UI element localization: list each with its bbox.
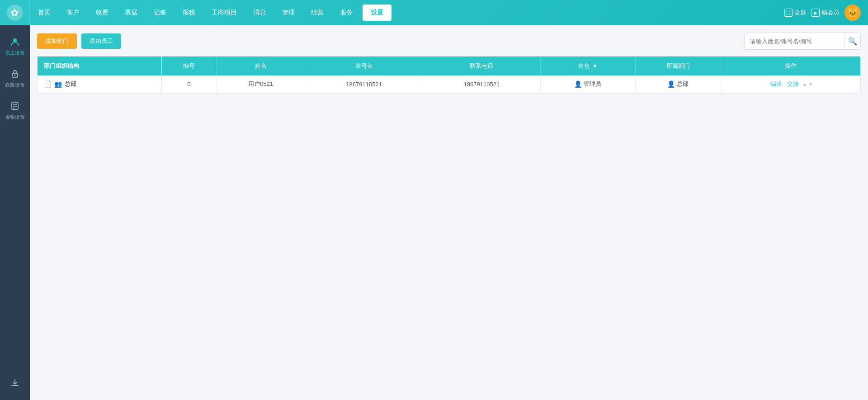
toolbar: 添加部门 添加员工 🔍 [37, 33, 861, 50]
table-area: 部门组织结构 📄 👥 总部 编号 姓名 账号名 联系电话 [37, 56, 861, 94]
role-user-icon: 👤 [574, 80, 582, 88]
col-ops: 操作 [721, 56, 860, 75]
employee-icon [9, 35, 21, 48]
nav-item-消息[interactable]: 消息 [245, 0, 274, 25]
sidebar-item-tax[interactable]: 报税设置 [0, 94, 30, 126]
role-value: 管理员 [584, 80, 601, 88]
nav-item-设置[interactable]: 设置 [363, 5, 392, 21]
row-scroll-up[interactable]: ▲ [802, 82, 807, 87]
logo-icon: ✿ [7, 5, 23, 21]
sidebar-item-employee[interactable]: 员工设置 [0, 30, 30, 62]
vip-icon: ▶ [811, 9, 820, 17]
dept-user-icon2: 👤 [667, 80, 675, 88]
nav-item-工商项目[interactable]: 工商项目 [203, 0, 245, 25]
table-header-row: 编号 姓名 账号名 联系电话 角色 ▼ 所属部门 操作 [162, 56, 860, 75]
nav-item-报税[interactable]: 报税 [175, 0, 203, 25]
logo-area: ✿ [0, 0, 30, 25]
col-name: 姓名 [216, 56, 305, 75]
sidebar-employee-label: 员工设置 [5, 50, 25, 56]
nav-item-经营[interactable]: 经营 [303, 0, 332, 25]
nav-item-管理[interactable]: 管理 [274, 0, 303, 25]
dept-tree-item[interactable]: 📄 👥 总部 [38, 75, 161, 93]
col-role[interactable]: 角色 ▼ [541, 56, 636, 75]
download-icon [9, 376, 21, 389]
vip-button[interactable]: ▶ 畅会员 [811, 9, 839, 17]
fullscreen-icon: ⛶ [784, 9, 793, 17]
svg-point-2 [14, 75, 16, 76]
dept-value: 总部 [677, 80, 689, 88]
col-id: 编号 [162, 56, 216, 75]
top-nav: ✿ 首页客户收费票据记账报税工商项目消息管理经营服务设置 ⛶ 全屏 ▶ 畅会员 … [0, 0, 868, 25]
logo-leaf: ✿ [11, 7, 19, 18]
sidebar-bottom [0, 371, 30, 395]
col-phone: 联系电话 [423, 56, 540, 75]
nav-item-收费[interactable]: 收费 [88, 0, 117, 25]
employee-table: 编号 姓名 账号名 联系电话 角色 ▼ 所属部门 操作 0 用户0521 18 [162, 56, 860, 93]
cell-account: 18679110521 [305, 75, 423, 93]
col-dept: 所属部门 [635, 56, 721, 75]
sidebar: 员工设置 权限设置 报税设置 [0, 25, 30, 400]
svg-point-0 [13, 38, 17, 42]
search-button[interactable]: 🔍 [844, 33, 860, 49]
dept-tree: 部门组织结构 📄 👥 总部 [38, 56, 162, 93]
vip-label: 畅会员 [821, 9, 839, 17]
add-employee-button[interactable]: 添加员工 [81, 33, 121, 49]
cell-id: 0 [162, 75, 216, 93]
nav-item-服务[interactable]: 服务 [332, 0, 361, 25]
col-account: 账号名 [305, 56, 423, 75]
nav-item-首页[interactable]: 首页 [30, 0, 59, 25]
cell-dept: 👤 总部 [635, 75, 721, 93]
add-dept-button[interactable]: 添加部门 [37, 33, 77, 49]
nav-item-记账[interactable]: 记账 [146, 0, 175, 25]
cell-role: 👤 管理员 [541, 75, 636, 93]
sidebar-item-permission[interactable]: 权限设置 [0, 62, 30, 94]
nav-right: ⛶ 全屏 ▶ 畅会员 🐱 [784, 5, 868, 21]
cell-name: 用户0521 [216, 75, 305, 93]
nav-items: 首页客户收费票据记账报税工商项目消息管理经营服务设置 [30, 0, 784, 25]
table-row: 0 用户0521 18679110521 18679110521 👤 管理员 👤… [162, 75, 860, 93]
dept-name: 总部 [65, 80, 76, 88]
op-交接[interactable]: 交接 [787, 80, 799, 87]
op-编辑[interactable]: 编辑 [770, 80, 782, 87]
tax-icon [9, 99, 21, 112]
user-avatar[interactable]: 🐱 [844, 5, 861, 21]
permission-icon [9, 67, 21, 80]
nav-item-票据[interactable]: 票据 [117, 0, 146, 25]
fullscreen-button[interactable]: ⛶ 全屏 [784, 9, 806, 17]
sidebar-tax-label: 报税设置 [5, 114, 25, 121]
search-input[interactable] [745, 35, 844, 48]
fullscreen-label: 全屏 [794, 9, 806, 17]
dept-tree-header: 部门组织结构 [38, 56, 161, 75]
cell-ops: 编辑 交接 ▲ ▼ [721, 75, 860, 93]
role-filter-icon: ▼ [593, 63, 598, 69]
sidebar-permission-label: 权限设置 [5, 82, 25, 89]
sidebar-download-button[interactable] [0, 371, 30, 395]
search-icon: 🔍 [848, 37, 857, 46]
nav-item-客户[interactable]: 客户 [59, 0, 88, 25]
dept-file-icon: 📄 [44, 80, 52, 88]
row-scroll-down[interactable]: ▼ [808, 82, 813, 87]
dept-user-icon: 👥 [54, 80, 62, 88]
content-area: 添加部门 添加员工 🔍 部门组织结构 📄 👥 总部 [30, 25, 868, 400]
main-layout: 员工设置 权限设置 报税设置 [0, 25, 868, 400]
cell-phone: 18679110521 [423, 75, 540, 93]
search-box: 🔍 [744, 33, 861, 50]
